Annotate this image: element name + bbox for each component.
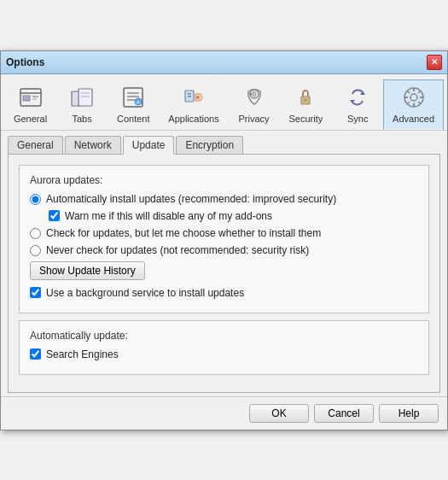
svg-rect-17 [188, 96, 191, 97]
background-service-checkbox[interactable] [30, 287, 41, 298]
svg-line-35 [407, 102, 410, 104]
toolbar-item-applications[interactable]: Applications [159, 79, 228, 130]
help-button[interactable]: Help [379, 404, 439, 423]
tab-network[interactable]: Network [65, 136, 121, 154]
toolbar-item-general[interactable]: General [4, 79, 56, 130]
security-icon [292, 84, 319, 111]
ok-button[interactable]: OK [249, 404, 309, 423]
toolbar-item-tabs-label: Tabs [72, 114, 91, 124]
svg-rect-2 [23, 96, 30, 101]
svg-point-23 [305, 98, 307, 101]
warn-addon-label: Warn me if this will disable any of my a… [65, 210, 272, 222]
general-icon [17, 84, 44, 111]
toolbar-item-privacy[interactable]: Privacy [229, 79, 280, 130]
warn-addon-checkbox[interactable] [49, 210, 60, 221]
auto-update-group: Automatically update: Search Engines [19, 320, 429, 375]
toolbar-item-security[interactable]: Security [280, 79, 333, 130]
svg-line-32 [407, 91, 410, 93]
svg-marker-25 [350, 100, 355, 103]
search-engines-option: Search Engines [30, 348, 418, 360]
tab-bar: General Network Update Encryption [1, 131, 447, 154]
svg-point-27 [410, 94, 417, 101]
toolbar-item-content-label: Content [117, 114, 150, 124]
svg-point-21 [253, 91, 256, 97]
svg-line-34 [418, 91, 421, 93]
close-button[interactable]: ✕ [427, 55, 442, 70]
check-only-label: Check for updates, but let me choose whe… [46, 227, 321, 239]
show-history-btn-wrapper: Show Update History [30, 261, 418, 280]
toolbar: General Tabs [1, 74, 447, 131]
auto-update-title: Automatically update: [30, 330, 418, 342]
toolbar-item-content[interactable]: A Content [108, 79, 159, 130]
toolbar-item-privacy-label: Privacy [239, 114, 270, 124]
svg-rect-16 [188, 93, 191, 95]
toolbar-item-sync-label: Sync [347, 114, 368, 124]
tab-update[interactable]: Update [123, 136, 175, 155]
toolbar-item-general-label: General [14, 114, 47, 124]
svg-point-20 [249, 92, 252, 95]
toolbar-item-applications-label: Applications [168, 114, 218, 124]
svg-line-33 [418, 102, 421, 104]
aurora-updates-title: Aurora updates: [30, 174, 418, 186]
auto-install-option: Automatically install updates (recommend… [30, 193, 418, 205]
tab-encryption[interactable]: Encryption [176, 136, 243, 154]
advanced-icon [400, 84, 428, 111]
warn-addon-option: Warn me if this will disable any of my a… [49, 210, 418, 222]
footer: OK Cancel Help [1, 396, 447, 430]
window-title: Options [6, 56, 44, 68]
background-service-option: Use a background service to install upda… [30, 287, 418, 299]
never-check-option: Never check for updates (not recommended… [30, 244, 418, 256]
never-check-label: Never check for updates (not recommended… [46, 244, 309, 256]
auto-install-label: Automatically install updates (recommend… [46, 193, 336, 205]
cancel-button[interactable]: Cancel [314, 404, 374, 423]
svg-text:A: A [137, 100, 140, 105]
search-engines-checkbox[interactable] [30, 348, 41, 360]
check-only-option: Check for updates, but let me choose whe… [30, 227, 418, 239]
toolbar-item-sync[interactable]: Sync [332, 79, 383, 130]
svg-marker-24 [360, 91, 365, 95]
check-only-radio[interactable] [30, 228, 41, 239]
options-window: Options ✕ General [0, 50, 448, 430]
toolbar-item-tabs[interactable]: Tabs [56, 79, 108, 130]
sync-icon [344, 84, 371, 111]
tab-content: Aurora updates: Automatically install up… [8, 154, 440, 393]
search-engines-label: Search Engines [46, 348, 119, 360]
tab-general[interactable]: General [8, 136, 63, 154]
content-icon: A [119, 84, 147, 111]
privacy-icon [241, 84, 268, 111]
toolbar-item-advanced-label: Advanced [393, 114, 434, 124]
toolbar-item-security-label: Security [289, 114, 323, 124]
svg-rect-6 [79, 89, 92, 106]
background-service-label: Use a background service to install upda… [46, 287, 244, 299]
applications-icon [180, 84, 207, 111]
toolbar-item-advanced[interactable]: Advanced [383, 79, 444, 130]
tabs-icon [68, 84, 96, 111]
aurora-updates-group: Aurora updates: Automatically install up… [19, 165, 429, 313]
auto-install-radio[interactable] [30, 194, 41, 205]
show-history-button[interactable]: Show Update History [30, 261, 145, 280]
never-check-radio[interactable] [30, 245, 41, 256]
svg-point-18 [196, 96, 200, 99]
titlebar: Options ✕ [1, 51, 447, 74]
